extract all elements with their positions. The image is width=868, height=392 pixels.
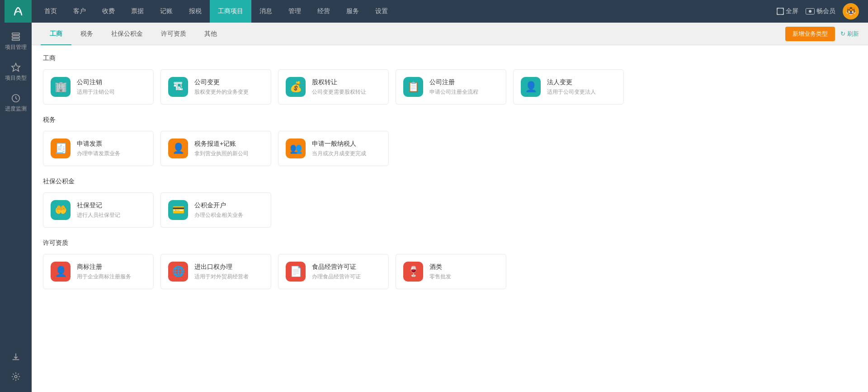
- card-icon-0-4: 👤: [521, 77, 541, 97]
- card-desc-0-1: 股权变更外的业务变更: [194, 88, 264, 96]
- service-card-3-2[interactable]: 📄食品经营许可证办理食品经营许可证: [278, 254, 389, 289]
- tab-4[interactable]: 其他: [195, 23, 226, 45]
- card-title-0-3: 公司注册: [429, 78, 499, 86]
- card-title-2-0: 社保登记: [77, 201, 146, 210]
- new-type-button[interactable]: 新增业务类型: [785, 27, 835, 41]
- service-card-3-0[interactable]: 👤商标注册用于企业商标注册服务: [43, 254, 154, 289]
- card-text-0-0: 公司注销适用于注销公司: [77, 78, 146, 96]
- nav-item-8[interactable]: 管理: [280, 0, 309, 23]
- service-card-1-2[interactable]: 👥申请一般纳税人当月或次月成变更完成: [278, 131, 389, 166]
- card-desc-1-0: 办理申请发票业务: [77, 150, 146, 158]
- fullscreen-btn[interactable]: 全屏: [777, 7, 798, 15]
- sidebar-item-project-mgmt[interactable]: 项目管理: [0, 27, 32, 56]
- service-card-0-0[interactable]: 🏢公司注销适用于注销公司: [43, 69, 154, 105]
- service-card-1-0[interactable]: 🧾申请发票办理申请发票业务: [43, 131, 154, 166]
- card-text-3-0: 商标注册用于企业商标注册服务: [77, 263, 146, 281]
- service-card-3-1[interactable]: 🌐进出口权办理适用于对外贸易经营者: [160, 254, 271, 289]
- card-desc-1-1: 拿到营业执照的新公司: [194, 150, 264, 158]
- sidebar-item-progress[interactable]: 进度监测: [0, 89, 32, 117]
- service-card-0-3[interactable]: 📋公司注册申请公司注册全流程: [396, 69, 506, 105]
- card-desc-0-2: 公司变更需要股权转让: [312, 88, 381, 96]
- nav-item-11[interactable]: 设置: [367, 0, 396, 23]
- svg-point-8: [14, 375, 17, 378]
- svg-rect-4: [12, 36, 20, 38]
- sidebar-download-btn[interactable]: [0, 349, 32, 366]
- svg-rect-5: [12, 39, 20, 41]
- card-title-0-2: 股权转让: [312, 78, 381, 86]
- sidebar-item-project-type[interactable]: 项目类型: [0, 58, 32, 86]
- service-card-0-1[interactable]: 🏗公司变更股权变更外的业务变更: [160, 69, 271, 105]
- service-card-2-1[interactable]: 💳公积金开户办理公积金相关业务: [160, 192, 271, 228]
- refresh-label: 刷新: [847, 30, 859, 38]
- vip-btn[interactable]: 畅会员: [806, 7, 835, 15]
- card-icon-3-1: 🌐: [168, 262, 188, 282]
- card-title-1-2: 申请一般纳税人: [312, 140, 381, 148]
- nav-item-9[interactable]: 经营: [309, 0, 338, 23]
- section-title-2: 社保公积金: [43, 177, 857, 186]
- card-text-3-1: 进出口权办理适用于对外贸易经营者: [194, 263, 264, 281]
- logo: [5, 0, 32, 23]
- scroll-content[interactable]: 工商🏢公司注销适用于注销公司🏗公司变更股权变更外的业务变更💰股权转让公司变更需要…: [32, 45, 868, 392]
- card-desc-3-2: 办理食品经营许可证: [312, 273, 381, 281]
- section-title-3: 许可资质: [43, 239, 857, 247]
- nav-item-6[interactable]: 工商项目: [210, 0, 251, 23]
- cards-grid-3: 👤商标注册用于企业商标注册服务🌐进出口权办理适用于对外贸易经营者📄食品经营许可证…: [43, 254, 857, 289]
- card-icon-2-1: 💳: [168, 200, 188, 220]
- cards-grid-2: 🤲社保登记进行人员社保登记💳公积金开户办理公积金相关业务: [43, 192, 857, 228]
- card-desc-0-0: 适用于注销公司: [77, 88, 146, 96]
- card-text-1-1: 税务报道+记账拿到营业执照的新公司: [194, 140, 264, 158]
- sidebar-label-progress: 进度监测: [5, 105, 27, 113]
- sidebar-bottom: [0, 349, 32, 392]
- card-desc-2-1: 办理公积金相关业务: [194, 211, 264, 219]
- card-title-0-0: 公司注销: [77, 78, 146, 86]
- card-text-3-3: 酒类零售批发: [429, 263, 499, 281]
- cards-grid-1: 🧾申请发票办理申请发票业务👤税务报道+记账拿到营业执照的新公司👥申请一般纳税人当…: [43, 131, 857, 166]
- sidebar-label-project-type: 项目类型: [5, 74, 27, 82]
- service-card-1-1[interactable]: 👤税务报道+记账拿到营业执照的新公司: [160, 131, 271, 166]
- card-desc-0-4: 适用于公司变更法人: [547, 88, 616, 96]
- card-icon-3-0: 👤: [51, 262, 71, 282]
- nav-item-1[interactable]: 客户: [65, 0, 94, 23]
- card-title-3-0: 商标注册: [77, 263, 146, 271]
- nav-item-4[interactable]: 记账: [152, 0, 181, 23]
- card-text-1-2: 申请一般纳税人当月或次月成变更完成: [312, 140, 381, 158]
- card-desc-3-1: 适用于对外贸易经营者: [194, 273, 264, 281]
- card-icon-3-2: 📄: [286, 262, 306, 282]
- nav-item-2[interactable]: 收费: [94, 0, 123, 23]
- card-text-3-2: 食品经营许可证办理食品经营许可证: [312, 263, 381, 281]
- tab-3[interactable]: 许可资质: [152, 23, 195, 45]
- service-card-3-3[interactable]: 🍷酒类零售批发: [396, 254, 506, 289]
- sidebar-label-project-mgmt: 项目管理: [5, 43, 27, 51]
- main-layout: 项目管理 项目类型 进度监测: [0, 23, 868, 392]
- card-icon-0-2: 💰: [286, 77, 306, 97]
- card-text-0-1: 公司变更股权变更外的业务变更: [194, 78, 264, 96]
- refresh-button[interactable]: ↻ 刷新: [840, 30, 859, 38]
- mascot-avatar: 🐯: [843, 3, 859, 19]
- cards-grid-0: 🏢公司注销适用于注销公司🏗公司变更股权变更外的业务变更💰股权转让公司变更需要股权…: [43, 69, 857, 105]
- nav-item-5[interactable]: 报税: [181, 0, 210, 23]
- tab-2[interactable]: 社保公积金: [102, 23, 152, 45]
- section-title-1: 税务: [43, 116, 857, 124]
- card-title-0-1: 公司变更: [194, 78, 264, 86]
- nav-item-7[interactable]: 消息: [251, 0, 280, 23]
- nav-right: 全屏 畅会员 🐯: [777, 3, 863, 19]
- nav-item-0[interactable]: 首页: [36, 0, 65, 23]
- nav-item-10[interactable]: 服务: [338, 0, 367, 23]
- card-desc-1-2: 当月或次月成变更完成: [312, 150, 381, 158]
- content-area: 工商税务社保公积金许可资质其他 新增业务类型 ↻ 刷新 工商🏢公司注销适用于注销…: [32, 23, 868, 392]
- service-card-0-2[interactable]: 💰股权转让公司变更需要股权转让: [278, 69, 389, 105]
- nav-item-3[interactable]: 票据: [123, 0, 152, 23]
- sidebar-settings-btn[interactable]: [0, 368, 32, 385]
- service-card-0-4[interactable]: 👤法人变更适用于公司变更法人: [513, 69, 624, 105]
- tab-0[interactable]: 工商: [41, 23, 71, 45]
- card-text-0-4: 法人变更适用于公司变更法人: [547, 78, 616, 96]
- nav-items: 首页客户收费票据记账报税工商项目消息管理经营服务设置: [32, 0, 777, 23]
- card-text-0-3: 公司注册申请公司注册全流程: [429, 78, 499, 96]
- card-desc-3-0: 用于企业商标注册服务: [77, 273, 146, 281]
- card-icon-0-1: 🏗: [168, 77, 188, 97]
- card-text-2-0: 社保登记进行人员社保登记: [77, 201, 146, 219]
- tab-1[interactable]: 税务: [71, 23, 102, 45]
- service-card-2-0[interactable]: 🤲社保登记进行人员社保登记: [43, 192, 154, 228]
- card-title-1-0: 申请发票: [77, 140, 146, 148]
- svg-rect-0: [777, 8, 783, 14]
